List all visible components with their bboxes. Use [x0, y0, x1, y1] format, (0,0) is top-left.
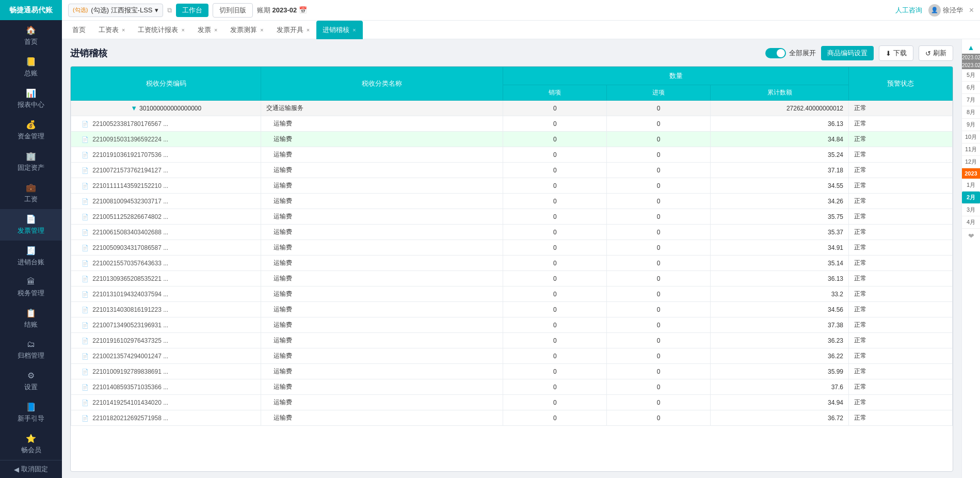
month-4[interactable]: 4月 [962, 216, 980, 229]
month-5[interactable]: 5月 [962, 69, 980, 82]
unpin-icon: ◀ [14, 466, 19, 473]
tab-home-label: 首页 [72, 25, 86, 35]
cell-code: 📄 22100721573762194127 ... [71, 163, 261, 178]
sidebar: 畅捷通易代账 🏠 首页 📒 总账 📊 报表中心 💰 资金管理 🏢 固定资产 💼 … [0, 0, 62, 478]
cell-status: 正常 [849, 286, 953, 302]
month-9[interactable]: 9月 [962, 119, 980, 131]
tab-purchase-check[interactable]: 进销稽核 × [316, 21, 362, 39]
cell-status: 正常 [849, 395, 953, 410]
cell-status: 正常 [849, 132, 953, 147]
calendar-icon[interactable]: 📅 [299, 6, 307, 14]
cell-code: 📄 22100523381780176567 ... [71, 116, 261, 132]
content-area: 进销稽核 全部展开 商品编码设置 ⬇ 下载 ↺ 刷新 [62, 39, 980, 478]
cell-code: 📄 22100915031396592224 ... [71, 132, 261, 147]
sidebar-item-tax[interactable]: 🏛 税务管理 [0, 272, 62, 303]
cell-name: 运输费 [261, 132, 503, 147]
month-11[interactable]: 11月 [962, 144, 980, 156]
sidebar-item-label: 报表中心 [18, 100, 44, 109]
cell-sales: 0 [503, 364, 607, 379]
cell-status: 正常 [849, 379, 953, 395]
sidebar-item-ledger[interactable]: 📒 总账 [0, 52, 62, 83]
sidebar-item-salary[interactable]: 💼 工资 [0, 178, 62, 209]
month-8[interactable]: 8月 [962, 106, 980, 119]
col-header-tax-code: 税收分类编码 [71, 67, 261, 101]
tab-invoice[interactable]: 发票 × [191, 21, 224, 39]
tab-home[interactable]: 首页 [66, 21, 92, 39]
panel-collapse-icon[interactable]: ❤ [962, 229, 980, 243]
scroll-up-button[interactable]: ▲ [962, 41, 980, 54]
close-button[interactable]: × [969, 6, 974, 15]
tab-close-icon[interactable]: × [122, 27, 125, 33]
switch-version-button[interactable]: 切到旧版 [213, 3, 253, 18]
cell-cumulative: 36.22 [711, 348, 849, 364]
company-selector[interactable]: (勾选) (勾选) 江西报宝-LSS ▾ [68, 4, 163, 17]
sidebar-item-home[interactable]: 🏠 首页 [0, 20, 62, 52]
month-2[interactable]: 2月 [962, 192, 980, 204]
cell-status: 正常 [849, 302, 953, 317]
sidebar-item-purchase-ledger[interactable]: 🧾 进销台账 [0, 241, 62, 272]
cell-cumulative: 34.94 [711, 395, 849, 410]
product-code-setting-button[interactable]: 商品编码设置 [821, 46, 874, 60]
table-row: 📄 22100721573762194127 ... 运输费 0 0 37.18… [71, 163, 953, 178]
expand-all-toggle[interactable]: 全部展开 [765, 48, 816, 58]
support-label[interactable]: 人工咨询 [895, 6, 922, 15]
right-panel: ▲ 2023.02 2023.02 5月 6月 7月 8月 9月 10月 11月… [961, 39, 980, 478]
cell-purchase: 0 [607, 194, 711, 209]
month-1[interactable]: 1月 [962, 179, 980, 192]
sidebar-item-invoice[interactable]: 📄 发票管理 [0, 209, 62, 241]
tab-close-icon[interactable]: × [307, 27, 310, 33]
month-10[interactable]: 10月 [962, 131, 980, 144]
tab-close-icon[interactable]: × [260, 27, 263, 33]
sidebar-item-assets[interactable]: 🏢 固定资产 [0, 146, 62, 178]
avatar: 👤 [928, 4, 941, 17]
cell-status: 正常 [849, 317, 953, 333]
download-button[interactable]: ⬇ 下载 [879, 45, 913, 61]
tab-salary-report[interactable]: 工资统计报表 × [132, 21, 191, 39]
sidebar-item-settings[interactable]: ⚙ 设置 [0, 365, 62, 397]
refresh-button[interactable]: ↺ 刷新 [919, 45, 953, 61]
tab-close-icon[interactable]: × [214, 27, 217, 33]
member-icon: ⭐ [26, 434, 36, 443]
unpin-button[interactable]: ◀ 取消固定 [0, 460, 62, 478]
header-actions: 全部展开 商品编码设置 ⬇ 下载 ↺ 刷新 [765, 45, 953, 61]
cell-purchase: 0 [607, 410, 711, 426]
cell-status: 正常 [849, 225, 953, 240]
sidebar-item-archive[interactable]: 🗂 归档管理 [0, 334, 62, 365]
cell-status: 正常 [849, 101, 953, 116]
cell-code: 📄 22100810094532303717 ... [71, 194, 261, 209]
refresh-icon: ↺ [925, 50, 931, 57]
tab-close-icon[interactable]: × [181, 27, 184, 33]
cell-purchase: 0 [607, 364, 711, 379]
cell-status: 正常 [849, 194, 953, 209]
user-menu[interactable]: 👤 徐泾华 [928, 4, 963, 17]
sidebar-item-finance[interactable]: 💰 资金管理 [0, 115, 62, 146]
month-3[interactable]: 3月 [962, 204, 980, 216]
cell-cumulative: 35.75 [711, 209, 849, 225]
cell-status: 正常 [849, 240, 953, 256]
invoice-icon: 📄 [26, 214, 36, 224]
month-12[interactable]: 12月 [962, 156, 980, 168]
cell-status: 正常 [849, 348, 953, 364]
tab-close-icon[interactable]: × [352, 27, 356, 33]
toggle-switch[interactable] [765, 48, 786, 58]
cell-cumulative: 36.13 [711, 271, 849, 286]
tab-invoice-open[interactable]: 发票开具 × [270, 21, 316, 39]
table-row: 📄 22100509034317086587 ... 运输费 0 0 34.91… [71, 240, 953, 256]
month-7[interactable]: 7月 [962, 94, 980, 106]
cell-code: 📄 22100511252826674802 ... [71, 209, 261, 225]
cell-cumulative: 37.38 [711, 317, 849, 333]
sidebar-item-close-period[interactable]: 📋 结账 [0, 303, 62, 334]
worktable-button[interactable]: 工作台 [176, 4, 208, 17]
sidebar-item-guide[interactable]: 📘 新手引导 [0, 397, 62, 428]
cell-sales: 0 [503, 194, 607, 209]
ledger-icon: 📒 [26, 57, 36, 67]
cell-name: 运输费 [261, 271, 503, 286]
sidebar-item-reports[interactable]: 📊 报表中心 [0, 83, 62, 115]
cell-code: 📄 22101820212692571958 ... [71, 410, 261, 426]
month-6[interactable]: 6月 [962, 82, 980, 94]
sidebar-item-member[interactable]: ⭐ 畅会员 [0, 428, 62, 460]
sidebar-item-label: 发票管理 [18, 226, 44, 235]
copy-icon[interactable]: ⧉ [167, 6, 172, 14]
tab-invoice-calc[interactable]: 发票测算 × [224, 21, 270, 39]
tab-salary-table[interactable]: 工资表 × [92, 21, 132, 39]
